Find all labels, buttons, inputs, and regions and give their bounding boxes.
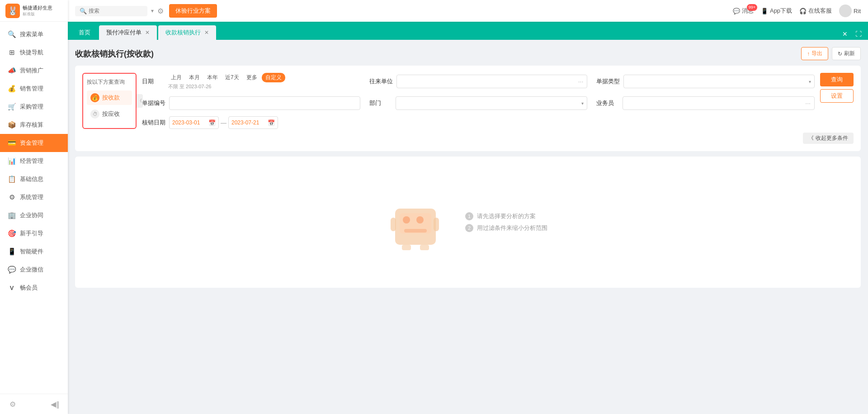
- filter-by-receipt[interactable]: 💰 按收款: [87, 90, 132, 105]
- refresh-button[interactable]: ↻ 刷新: [832, 47, 861, 60]
- sidebar-item-marketing[interactable]: 📣 营销推广: [0, 62, 68, 80]
- date-label: 日期: [142, 77, 165, 86]
- date-this-month-btn[interactable]: 本月: [186, 73, 203, 82]
- filter-actions-row: 《 收起更多条件: [82, 129, 854, 144]
- sidebar-item-hardware[interactable]: 📱 智能硬件: [0, 243, 68, 261]
- sidebar-item-enterprise[interactable]: 🏢 企业协同: [0, 206, 68, 224]
- employee-input[interactable]: [627, 100, 805, 106]
- collapse-sidebar-icon[interactable]: ◀‖: [50, 399, 61, 409]
- filter-receipt-icon: 💰: [90, 93, 99, 102]
- sidebar-item-inventory[interactable]: 📦 库存核算: [0, 116, 68, 134]
- date-last-month-btn[interactable]: 上月: [168, 73, 184, 82]
- filter-counterpart-field: 往来单位 ···: [369, 73, 588, 90]
- doc-type-select[interactable]: [623, 75, 815, 88]
- date-this-year-btn[interactable]: 本年: [204, 73, 221, 82]
- sidebar-item-guide[interactable]: 🎯 新手引导: [0, 224, 68, 243]
- message-icon: 💬: [733, 8, 740, 14]
- writeoff-date-start-input[interactable]: [172, 119, 208, 126]
- filter-top: 按以下方案查询 💰 按收款 ⏱ 按应收 《: [82, 73, 854, 129]
- main-content: 🔍 ▾ ⚙ 休验行业方案 💬 消息 99+ 📱 App下载 🎧 在线客服 Rit: [68, 0, 868, 414]
- business-icon: 📊: [7, 157, 16, 166]
- writeoff-date-start-wrapper: 📅: [169, 116, 219, 129]
- system-icon: ⚙: [7, 193, 16, 202]
- collapse-more-button[interactable]: 《 收起更多条件: [803, 133, 854, 144]
- svg-point-3: [416, 216, 424, 224]
- user-profile[interactable]: Rit: [839, 5, 861, 17]
- topbar-chevron-icon[interactable]: ▾: [151, 8, 154, 14]
- date-7days-btn[interactable]: 近7天: [222, 73, 242, 82]
- filter-date-field: 日期 上月 本月 本年 近7天 更多 自定义: [142, 73, 360, 90]
- dept-label: 部门: [369, 99, 392, 107]
- sidebar-item-search-menu[interactable]: 🔍 搜索菜单: [0, 25, 68, 43]
- writeoff-date-end-wrapper: 📅: [228, 116, 278, 129]
- svg-rect-4: [404, 229, 427, 233]
- logo-text: 畅捷通好生意 标准版: [23, 4, 52, 17]
- filter-writeoff-date-field: 核销日期 📅 — 📅: [142, 116, 360, 129]
- svg-point-2: [403, 216, 410, 224]
- tab-prepay[interactable]: 预付冲应付单 ✕: [99, 25, 157, 40]
- export-icon: ↑: [807, 51, 810, 57]
- doc-number-label: 单据编号: [142, 99, 165, 107]
- svg-rect-7: [402, 245, 411, 250]
- topbar-gear-icon[interactable]: ⚙: [157, 7, 164, 15]
- filter-right-buttons: 查询 设置: [820, 73, 854, 129]
- online-service-button[interactable]: 🎧 在线客服: [799, 7, 832, 15]
- tab-receipt-writeoff[interactable]: 收款核销执行 ✕: [158, 25, 216, 40]
- export-button[interactable]: ↑ 导出: [801, 47, 828, 60]
- writeoff-date-label: 核销日期: [142, 119, 165, 127]
- sidebar-item-basic-info[interactable]: 📋 基础信息: [0, 170, 68, 188]
- tab-close-all-icon[interactable]: ✕: [839, 28, 851, 40]
- messages-button[interactable]: 💬 消息 99+: [733, 7, 754, 15]
- tab-receipt-writeoff-close-icon[interactable]: ✕: [204, 29, 209, 36]
- date-more-btn[interactable]: 更多: [244, 73, 260, 82]
- sidebar-item-purchase[interactable]: 🛒 采购管理: [0, 98, 68, 116]
- sidebar-item-wechat[interactable]: 💬 企业微信: [0, 261, 68, 279]
- service-icon: 🎧: [799, 8, 807, 14]
- doc-number-input[interactable]: [169, 96, 360, 110]
- date-sub-label: 不限 至 2023-07-26: [168, 83, 360, 90]
- purchase-icon: 🛒: [7, 102, 16, 111]
- writeoff-start-calendar-icon[interactable]: 📅: [208, 119, 216, 126]
- counterpart-dots-icon[interactable]: ···: [578, 78, 584, 85]
- settings-icon[interactable]: ⚙: [7, 399, 18, 409]
- tab-prepay-close-icon[interactable]: ✕: [145, 29, 150, 36]
- dept-select[interactable]: [396, 96, 588, 110]
- wechat-icon: 💬: [7, 265, 16, 274]
- tab-expand-icon[interactable]: ⛶: [853, 28, 864, 40]
- basic-info-icon: 📋: [7, 175, 16, 184]
- employee-dots-icon[interactable]: ···: [805, 100, 811, 107]
- marketing-icon: 📣: [7, 66, 16, 75]
- filter-grid: 日期 上月 本月 本年 近7天 更多 自定义: [142, 73, 815, 129]
- sidebar-item-member[interactable]: V 畅会员: [0, 279, 68, 297]
- tab-bar-controls: ✕ ⛶: [839, 28, 864, 40]
- sidebar-item-quick-nav[interactable]: ⊞ 快捷导航: [0, 43, 68, 62]
- sidebar-item-finance[interactable]: 💳 资金管理: [0, 134, 68, 152]
- filter-by-receivable[interactable]: ⏱ 按应收: [87, 107, 132, 121]
- date-custom-btn[interactable]: 自定义: [262, 73, 285, 82]
- writeoff-date-range: 📅 — 📅: [169, 116, 278, 129]
- dept-select-wrapper: [396, 96, 588, 110]
- writeoff-date-end-input[interactable]: [231, 119, 268, 126]
- member-icon: V: [7, 283, 16, 292]
- sidebar-item-system[interactable]: ⚙ 系统管理: [0, 188, 68, 206]
- settings-button[interactable]: 设置: [820, 89, 854, 103]
- sidebar-item-business[interactable]: 📊 经营管理: [0, 152, 68, 170]
- industry-plan-button[interactable]: 休验行业方案: [169, 4, 217, 18]
- topbar: 🔍 ▾ ⚙ 休验行业方案 💬 消息 99+ 📱 App下载 🎧 在线客服 Rit: [68, 0, 868, 22]
- refresh-icon: ↻: [838, 51, 842, 57]
- counterpart-input[interactable]: [401, 78, 578, 85]
- query-button[interactable]: 查询: [820, 73, 854, 86]
- filter-row-3: 核销日期 📅 — 📅: [142, 116, 815, 129]
- hardware-icon: 📱: [7, 247, 16, 256]
- filter-collapse-arrow[interactable]: 《: [137, 94, 143, 108]
- app-download-button[interactable]: 📱 App下载: [761, 7, 792, 15]
- topbar-search-box[interactable]: 🔍: [75, 6, 147, 16]
- sidebar-bottom: ⚙ ◀‖: [0, 394, 68, 414]
- tab-home[interactable]: 首页: [71, 25, 98, 40]
- topbar-search-input[interactable]: [89, 8, 143, 14]
- filter-form-area: 日期 上月 本月 本年 近7天 更多 自定义: [142, 73, 854, 129]
- empty-hint-1: 1 请先选择要分析的方案: [465, 212, 536, 220]
- writeoff-end-calendar-icon[interactable]: 📅: [268, 119, 275, 126]
- filter-receivable-icon: ⏱: [90, 109, 99, 119]
- sidebar-item-sales[interactable]: 💰 销售管理: [0, 80, 68, 98]
